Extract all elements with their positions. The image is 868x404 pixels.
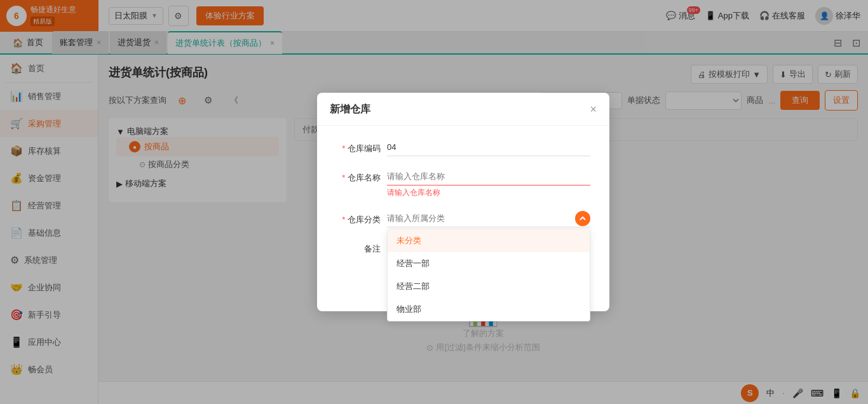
category-option-unclassified[interactable]: 未分类 <box>388 229 590 252</box>
category-dropdown-toggle[interactable] <box>575 211 590 226</box>
dialog-header: 新增仓库 × <box>317 93 609 126</box>
warehouse-code-label: * 仓库编码 <box>336 138 387 154</box>
required-star: * <box>342 173 345 182</box>
category-option-dept1[interactable]: 经营一部 <box>388 252 590 275</box>
warehouse-name-row: * 仓库名称 请输入仓库名称 <box>336 168 590 198</box>
category-dropdown-list: 未分类 经营一部 经营二部 物业部 <box>387 229 590 321</box>
warehouse-name-field: 请输入仓库名称 <box>387 168 590 198</box>
category-option-dept2[interactable]: 经营二部 <box>388 275 590 298</box>
dialog-title: 新增仓库 <box>330 103 370 116</box>
category-option-property[interactable]: 物业部 <box>388 298 590 321</box>
dialog-body: * 仓库编码 * 仓库名称 请输入仓库名称 * 仓库分类 <box>317 126 609 277</box>
required-star: * <box>342 144 345 153</box>
required-star: * <box>342 215 345 224</box>
warehouse-name-input[interactable] <box>387 168 590 185</box>
warehouse-category-row: * 仓库分类 未分类 经营一部 经营二部 物业部 <box>336 210 590 227</box>
dialog-close-button[interactable]: × <box>590 103 597 116</box>
warehouse-code-input[interactable] <box>387 138 590 156</box>
warehouse-category-label: * 仓库分类 <box>336 210 387 226</box>
chevron-up-icon <box>579 215 587 222</box>
warehouse-name-error: 请输入仓库名称 <box>387 187 590 198</box>
warehouse-category-input[interactable] <box>387 210 590 227</box>
warehouse-code-row: * 仓库编码 <box>336 138 590 156</box>
warehouse-name-label: * 仓库名称 <box>336 168 387 184</box>
add-warehouse-dialog: 新增仓库 × * 仓库编码 * 仓库名称 请输入仓库名称 * <box>317 93 609 311</box>
remark-label: 备注 <box>336 239 387 255</box>
warehouse-category-dropdown: 未分类 经营一部 经营二部 物业部 <box>387 210 590 227</box>
